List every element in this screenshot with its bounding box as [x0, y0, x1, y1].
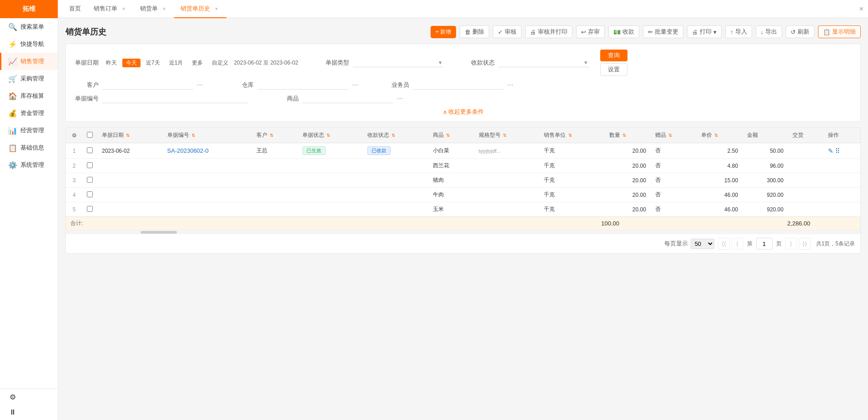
td-collect-status	[363, 173, 428, 188]
purchase-mgmt-icon: 🛒	[9, 75, 17, 83]
delete-button[interactable]: 🗑 删除	[460, 25, 489, 38]
row-checkbox-4[interactable]	[87, 206, 93, 212]
sidebar-item-search-menu[interactable]: 🔍 搜索菜单	[0, 18, 58, 35]
collect-button[interactable]: 💵 收款	[608, 25, 639, 38]
date-more[interactable]: 更多	[188, 58, 206, 68]
sidebar-item-sys-mgmt[interactable]: ⚙️ 系统管理	[0, 156, 58, 174]
abandon-button[interactable]: ↩ 弃审	[576, 25, 605, 38]
scroll-thumb[interactable]	[140, 231, 177, 234]
tab-bar-close-btn[interactable]: ×	[859, 5, 863, 13]
collapse-btn[interactable]: ∧ 收起更多条件	[443, 108, 484, 116]
customer-ellipsis-btn[interactable]: ···	[197, 81, 203, 89]
row-checkbox-0[interactable]	[87, 147, 93, 153]
th-sales-unit[interactable]: 销售单位 ⇅	[539, 128, 604, 143]
td-seq: 3	[66, 173, 82, 188]
sidebar-item-gear[interactable]: ⚙	[0, 389, 58, 405]
settings-button[interactable]: 设置	[600, 63, 627, 76]
td-checkbox[interactable]	[82, 173, 97, 188]
row-checkbox-1[interactable]	[87, 162, 93, 168]
goods-ellipsis-btn[interactable]: ···	[397, 95, 403, 103]
th-checkbox[interactable]	[82, 128, 97, 143]
warehouse-ellipsis-btn[interactable]: ···	[352, 81, 358, 89]
td-spec	[474, 173, 539, 188]
td-checkbox[interactable]	[82, 143, 97, 159]
date-custom[interactable]: 自定义	[208, 58, 232, 68]
table-row: 2 西兰花 千克 20.00 否 4.80 96.00	[66, 159, 860, 173]
sidebar-item-pause[interactable]: ⏸	[0, 405, 58, 420]
doc-no-input[interactable]	[102, 94, 248, 103]
sidebar-item-sales-mgmt[interactable]: 📈 销售管理	[0, 53, 58, 70]
date-today[interactable]: 今天	[122, 59, 140, 67]
th-goods[interactable]: 商品 ⇅	[428, 128, 474, 143]
doc-type-select[interactable]: ▾	[353, 58, 444, 67]
td-checkbox[interactable]	[82, 188, 97, 202]
date-1month[interactable]: 近1月	[166, 58, 187, 68]
td-trade	[788, 202, 823, 217]
show-detail-button[interactable]: 📋 显示明细	[818, 25, 861, 38]
sales-mgmt-icon: 📈	[9, 57, 17, 65]
sidebar-item-purchase-mgmt[interactable]: 🛒 采购管理	[0, 70, 58, 87]
base-info-icon: 📋	[9, 144, 17, 152]
page-title: 销货单历史	[65, 26, 106, 37]
sidebar-item-inventory[interactable]: 🏠 库存核算	[0, 87, 58, 105]
row-checkbox-2[interactable]	[87, 177, 93, 183]
tab-close-sales-goods[interactable]: ×	[161, 5, 168, 12]
tab-close-sales-order[interactable]: ×	[120, 5, 127, 12]
th-customer[interactable]: 客户 ⇅	[252, 128, 298, 143]
salesperson-ellipsis-btn[interactable]: ···	[507, 81, 513, 89]
td-checkbox[interactable]	[82, 159, 97, 173]
td-checkbox[interactable]	[82, 202, 97, 217]
audit-button[interactable]: ✓ 审核	[493, 25, 522, 38]
new-button[interactable]: + 新增	[431, 26, 456, 38]
goods-input[interactable]	[302, 94, 393, 103]
sidebar-item-base-info[interactable]: 📋 基础信息	[0, 139, 58, 156]
next-page-btn[interactable]: ⟩	[785, 238, 797, 250]
query-button[interactable]: 查询	[600, 50, 627, 61]
salesperson-input[interactable]	[413, 80, 504, 90]
sidebar-item-biz-mgmt[interactable]: 📊 经营管理	[0, 122, 58, 139]
export-button[interactable]: ↓ 导出	[756, 25, 783, 38]
date-yesterday[interactable]: 昨天	[102, 58, 120, 68]
th-gift[interactable]: 赠品 ⇅	[651, 128, 697, 143]
refresh-button[interactable]: ↺ 刷新	[786, 25, 814, 38]
page-input[interactable]	[756, 238, 773, 250]
filter-row-2: 客户 ··· 仓库 ··· 业务员 ···	[73, 80, 853, 90]
tab-sales-history[interactable]: 销货单历史×	[174, 0, 226, 18]
th-gear[interactable]: ⚙	[66, 128, 82, 143]
tab-home[interactable]: 首页	[63, 0, 87, 18]
warehouse-input[interactable]	[257, 80, 348, 90]
th-doc-date[interactable]: 单据日期 ⇅	[97, 128, 163, 143]
last-page-btn[interactable]: ⟩⟩	[799, 238, 811, 250]
per-page-select[interactable]: 50 100	[691, 239, 714, 249]
horizontal-scrollbar[interactable]	[66, 230, 860, 234]
prev-page-btn[interactable]: ⟨	[732, 238, 743, 250]
tab-sales-order[interactable]: 销售订单×	[87, 0, 134, 18]
sidebar-bottom: ⚙ ⏸	[0, 389, 58, 420]
th-doc-status[interactable]: 单据状态 ⇅	[298, 128, 363, 143]
detail-icon: 📋	[823, 29, 830, 35]
th-spec[interactable]: 规格型号 ⇅	[474, 128, 539, 143]
customer-input[interactable]	[102, 80, 193, 90]
td-doc-no: SA-20230602-0	[163, 143, 252, 159]
td-qty: 20.00	[605, 202, 651, 217]
row-checkbox-3[interactable]	[87, 191, 93, 197]
sidebar-item-quick-nav[interactable]: ⚡ 快捷导航	[0, 35, 58, 53]
date-7days[interactable]: 近7天	[142, 58, 164, 68]
import-button[interactable]: ↑ 导入	[725, 25, 752, 38]
first-page-btn[interactable]: ⟨⟨	[718, 238, 730, 250]
th-qty[interactable]: 数量 ⇅	[605, 128, 651, 143]
batch-change-button[interactable]: ✏ 批量变更	[643, 25, 683, 38]
collect-status-select[interactable]: ▾	[498, 58, 589, 67]
tab-sales-goods[interactable]: 销货单×	[134, 0, 174, 18]
footer-total-amount: 2,286.00	[774, 220, 810, 227]
select-all-checkbox[interactable]	[87, 132, 93, 138]
sidebar-item-finance-mgmt[interactable]: 💰 资金管理	[0, 105, 58, 122]
audit-print-button[interactable]: 🖨 审核并打印	[525, 25, 572, 38]
th-doc-no[interactable]: 单据编号 ⇅	[163, 128, 252, 143]
th-unit-price[interactable]: 单价 ⇅	[697, 128, 743, 143]
more-btn[interactable]: ⠿	[835, 147, 840, 155]
tab-close-sales-history[interactable]: ×	[213, 5, 220, 12]
th-collect-status[interactable]: 收款状态 ⇅	[363, 128, 428, 143]
print-button[interactable]: 🖨 打印 ▾	[687, 25, 722, 38]
edit-btn[interactable]: ✎	[828, 147, 833, 155]
